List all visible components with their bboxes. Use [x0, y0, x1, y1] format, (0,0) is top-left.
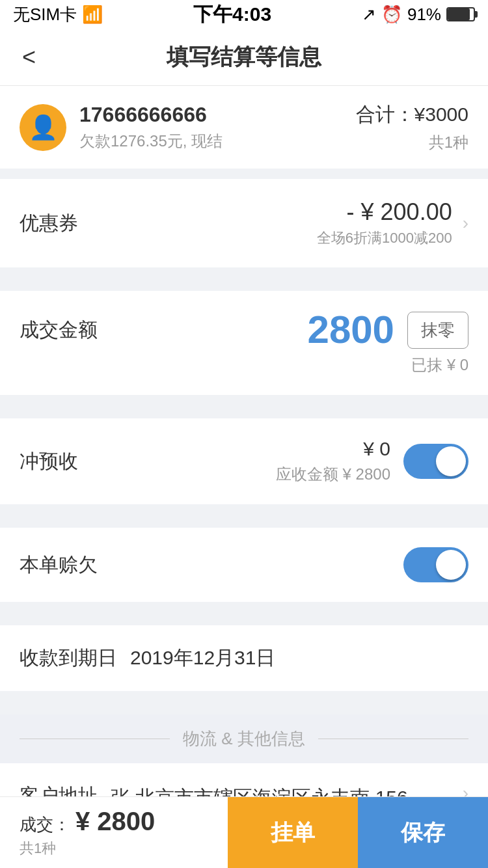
carrier-text: 无SIM卡 — [13, 3, 77, 26]
credit-row: 本单赊欠 — [20, 547, 468, 582]
customer-name: 17666666666 — [79, 103, 223, 127]
status-left: 无SIM卡 📶 — [13, 3, 103, 26]
customer-info: 17666666666 欠款1276.35元, 现结 — [79, 103, 223, 152]
duedate-label: 收款到期日 — [20, 645, 117, 671]
advance-label: 冲预收 — [20, 448, 78, 475]
advance-amount-block: ¥ 0 应收金额 ¥ 2800 — [276, 438, 390, 485]
nav-bar: < 填写结算等信息 — [0, 29, 488, 86]
status-right: ↗ ⏰ 91% — [362, 5, 475, 25]
save-button[interactable]: 保存 — [358, 797, 488, 869]
credit-toggle-thumb — [436, 550, 466, 580]
advance-row: 冲预收 ¥ 0 应收金额 ¥ 2800 — [20, 438, 468, 485]
battery-text: 91% — [407, 5, 441, 25]
separator-1 — [0, 278, 488, 291]
deal-right: 2800 抹零 — [308, 310, 468, 349]
logistics-header: 物流 & 其他信息 — [0, 714, 488, 763]
advance-section: 冲预收 ¥ 0 应收金额 ¥ 2800 — [0, 418, 488, 504]
coupon-label: 优惠券 — [20, 210, 78, 237]
bottom-count: 共1种 — [20, 839, 208, 858]
deal-label: 成交金额 — [20, 317, 98, 344]
deal-row: 成交金额 2800 抹零 — [20, 310, 468, 349]
separator-4 — [0, 612, 488, 625]
hang-button[interactable]: 挂单 — [228, 797, 358, 869]
location-icon: ↗ — [362, 5, 376, 25]
logistics-line-left — [20, 739, 170, 739]
total-count: 共1种 — [356, 132, 468, 153]
deal-sub: 已抹 ¥ 0 — [20, 355, 468, 375]
credit-label: 本单赊欠 — [20, 552, 98, 578]
bottom-deal-amount: ¥ 2800 — [75, 807, 155, 836]
advance-sub: 应收金额 ¥ 2800 — [276, 464, 390, 485]
duedate-value: 2019年12月31日 — [130, 645, 275, 671]
battery-icon — [446, 7, 475, 21]
total-amount: 合计：¥3000 — [356, 102, 468, 128]
customer-total: 合计：¥3000 共1种 — [356, 102, 468, 153]
back-button[interactable]: < — [16, 37, 42, 77]
bottom-deal: 成交： ¥ 2800 — [20, 807, 208, 836]
coupon-section: 优惠券 - ¥ 200.00 全场6折满1000减200 › — [0, 179, 488, 267]
deal-amount: 2800 — [308, 310, 394, 349]
customer-card: 👤 17666666666 欠款1276.35元, 现结 合计：¥3000 共1… — [0, 86, 488, 169]
logistics-text: 物流 & 其他信息 — [183, 727, 305, 750]
separator-5 — [0, 701, 488, 714]
duedate-row: 收款到期日 2019年12月31日 — [20, 645, 468, 671]
avatar: 👤 — [20, 104, 66, 151]
deal-section: 成交金额 2800 抹零 已抹 ¥ 0 — [0, 291, 488, 395]
alarm-icon: ⏰ — [381, 5, 402, 25]
coupon-right: - ¥ 200.00 全场6折满1000减200 › — [317, 198, 468, 248]
content: 👤 17666666666 欠款1276.35元, 现结 合计：¥3000 共1… — [0, 86, 488, 868]
advance-toggle[interactable] — [403, 444, 468, 479]
wifi-icon: 📶 — [82, 5, 103, 25]
advance-toggle-thumb — [436, 446, 466, 476]
separator-3 — [0, 515, 488, 528]
credit-toggle[interactable] — [403, 547, 468, 582]
round-button[interactable]: 抹零 — [407, 312, 468, 349]
logistics-line-right — [318, 739, 468, 739]
bottom-summary: 成交： ¥ 2800 共1种 — [0, 807, 228, 858]
customer-left: 👤 17666666666 欠款1276.35元, 现结 — [20, 103, 223, 152]
status-time: 下午4:03 — [193, 1, 271, 28]
coupon-chevron-icon: › — [463, 213, 468, 234]
duedate-section: 收款到期日 2019年12月31日 — [0, 625, 488, 691]
bottom-bar: 成交： ¥ 2800 共1种 挂单 保存 — [0, 796, 488, 868]
status-bar: 无SIM卡 📶 下午4:03 ↗ ⏰ 91% — [0, 0, 488, 29]
customer-sub: 欠款1276.35元, 现结 — [79, 131, 223, 152]
bottom-deal-label: 成交： — [20, 813, 70, 836]
advance-right: ¥ 0 应收金额 ¥ 2800 — [276, 438, 468, 485]
credit-section: 本单赊欠 — [0, 528, 488, 602]
separator-2 — [0, 405, 488, 418]
avatar-icon: 👤 — [29, 114, 58, 141]
page-title: 填写结算等信息 — [167, 42, 321, 72]
coupon-amount: - ¥ 200.00 — [317, 198, 452, 226]
coupon-detail: 全场6折满1000减200 — [317, 228, 452, 248]
coupon-row[interactable]: 优惠券 - ¥ 200.00 全场6折满1000减200 › — [0, 179, 488, 267]
advance-amount: ¥ 0 — [276, 438, 390, 460]
